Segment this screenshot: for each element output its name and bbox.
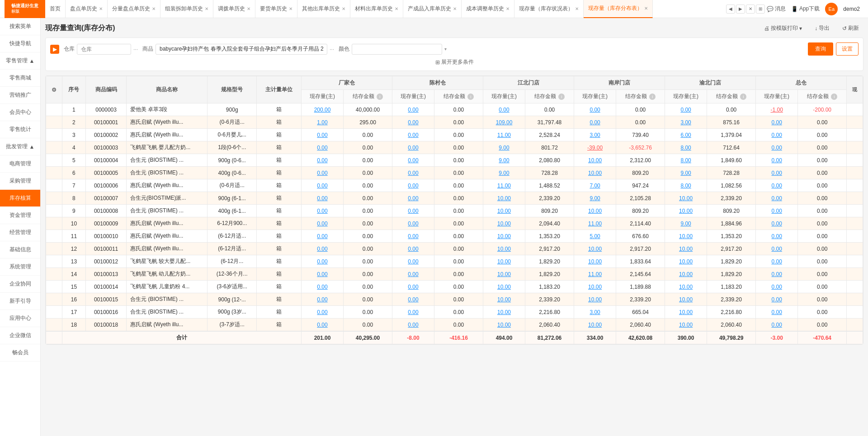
- cell-jiangbei-stock[interactable]: 109.00: [483, 116, 525, 129]
- cell-yuubei-stock[interactable]: 10.00: [665, 281, 707, 293]
- cell-total-stock[interactable]: 0.00: [756, 129, 798, 141]
- cell-factory-stock[interactable]: 0.00: [301, 154, 343, 167]
- filter-toggle-btn[interactable]: ▶: [50, 45, 59, 54]
- sidebar-item-inventory[interactable]: 库存核算: [0, 190, 40, 207]
- tab-product-in-history[interactable]: 产成品入库单历史✕: [403, 0, 462, 18]
- sidebar-item-marketing[interactable]: 营销推广: [0, 87, 40, 104]
- cell-chen-stock[interactable]: 0.00: [392, 192, 434, 205]
- tab-other-out-history[interactable]: 其他出库单历史✕: [297, 0, 350, 18]
- cell-chen-stock[interactable]: 0.00: [392, 243, 434, 255]
- cell-yuubei-stock[interactable]: 10.00: [665, 293, 707, 306]
- cell-yuubei-stock[interactable]: 6.00: [665, 129, 707, 141]
- cell-jiangbei-stock[interactable]: 9.00: [483, 154, 525, 167]
- sidebar-item-wechat[interactable]: 企业微信: [0, 327, 40, 344]
- cell-jiangbei-stock[interactable]: 10.00: [483, 281, 525, 293]
- tab-inventory-check[interactable]: 盘点单历史✕: [66, 0, 108, 18]
- sidebar-item-system[interactable]: 系统管理: [0, 258, 40, 276]
- cell-nanan-stock[interactable]: 10.00: [574, 205, 616, 217]
- goods-dots[interactable]: ···: [330, 46, 334, 52]
- cell-jiangbei-stock[interactable]: 10.00: [483, 205, 525, 217]
- cell-yuubei-stock[interactable]: 3.00: [665, 116, 707, 129]
- cell-total-stock[interactable]: 0.00: [756, 319, 798, 332]
- cell-yuubei-stock[interactable]: 8.00: [665, 141, 707, 154]
- cell-factory-stock[interactable]: 0.00: [301, 192, 343, 205]
- cell-nanan-stock[interactable]: 10.00: [574, 154, 616, 167]
- cell-jiangbei-stock[interactable]: 11.00: [483, 129, 525, 141]
- cell-chen-stock[interactable]: 0.00: [392, 179, 434, 192]
- sidebar-item-search[interactable]: 搜索英单: [0, 18, 40, 35]
- export-btn[interactable]: ↓ 导出: [810, 23, 834, 34]
- tab-next-btn[interactable]: ▶: [736, 5, 745, 14]
- tab-close-score-history[interactable]: ✕: [152, 6, 156, 11]
- cell-total-stock[interactable]: 0.00: [756, 268, 798, 281]
- sidebar-item-operations[interactable]: 经营管理: [0, 224, 40, 241]
- sidebar-item-finance[interactable]: 资金管理: [0, 207, 40, 224]
- sidebar-item-ecommerce[interactable]: 电商管理: [0, 155, 40, 173]
- cell-factory-stock[interactable]: 1.00: [301, 116, 343, 129]
- sidebar-item-wholesale-mgmt[interactable]: 批发管理▲: [0, 138, 40, 155]
- cell-nanan-stock[interactable]: 10.00: [574, 319, 616, 332]
- color-input[interactable]: [352, 44, 442, 55]
- cell-jiangbei-stock[interactable]: 10.00: [483, 230, 525, 243]
- expand-more-btn[interactable]: ⊞ 展开更多条件: [50, 58, 859, 66]
- cell-yuubei-stock[interactable]: 10.00: [665, 243, 707, 255]
- cell-total-stock[interactable]: 0.00: [756, 167, 798, 179]
- sidebar-item-retail-mall[interactable]: 零售商城: [0, 70, 40, 87]
- cell-factory-stock[interactable]: 0.00: [301, 255, 343, 268]
- cell-chen-stock[interactable]: 0.00: [392, 154, 434, 167]
- sidebar-item-guide[interactable]: 新手引导: [0, 293, 40, 310]
- cell-jiangbei-stock[interactable]: 10.00: [483, 293, 525, 306]
- cell-total-stock[interactable]: 0.00: [756, 116, 798, 129]
- cell-total-stock[interactable]: -1.00: [756, 103, 798, 116]
- avatar[interactable]: Ea: [825, 3, 838, 15]
- cell-total-stock[interactable]: 0.00: [756, 243, 798, 255]
- cell-yuubei-stock[interactable]: 10.00: [665, 255, 707, 268]
- goods-input[interactable]: [156, 44, 327, 55]
- cell-nanan-stock[interactable]: 7.00: [574, 179, 616, 192]
- cell-factory-stock[interactable]: 0.00: [301, 141, 343, 154]
- cell-chen-stock[interactable]: 0.00: [392, 141, 434, 154]
- cell-total-stock[interactable]: 0.00: [756, 255, 798, 268]
- app-download-btn[interactable]: 📱 App下载: [791, 5, 820, 13]
- cell-nanan-stock[interactable]: 3.00: [574, 306, 616, 319]
- cell-yuubei-stock[interactable]: 10.00: [665, 230, 707, 243]
- warehouse-input[interactable]: [77, 44, 131, 55]
- cell-yuubei-stock[interactable]: 8.00: [665, 154, 707, 167]
- cell-nanan-stock[interactable]: 10.00: [574, 293, 616, 306]
- cell-total-stock[interactable]: 0.00: [756, 217, 798, 230]
- cell-factory-stock[interactable]: 200.00: [301, 103, 343, 116]
- cell-yuubei-stock[interactable]: 10.00: [665, 192, 707, 205]
- tab-stock-dist[interactable]: 现存量（库存分布表）✕: [584, 0, 653, 18]
- refresh-btn[interactable]: ↺ 刷新: [838, 23, 863, 34]
- cell-yuubei-stock[interactable]: 9.00: [665, 167, 707, 179]
- tab-demand-history[interactable]: 要货单历史✕: [255, 0, 297, 18]
- tab-transfer-history[interactable]: 调拨单历史✕: [213, 0, 255, 18]
- cell-nanan-stock[interactable]: 10.00: [574, 255, 616, 268]
- tab-combo-history[interactable]: 组装拆卸单历史✕: [160, 0, 213, 18]
- tab-close-stock-dist[interactable]: ✕: [644, 6, 648, 11]
- sidebar-item-purchase[interactable]: 采购管理: [0, 173, 40, 190]
- cell-total-stock[interactable]: 0.00: [756, 179, 798, 192]
- cell-chen-stock[interactable]: 0.00: [392, 230, 434, 243]
- cell-jiangbei-stock[interactable]: 10.00: [483, 192, 525, 205]
- cell-factory-stock[interactable]: 0.00: [301, 268, 343, 281]
- cell-factory-stock[interactable]: 0.00: [301, 281, 343, 293]
- cell-nanan-stock[interactable]: 10.00: [574, 281, 616, 293]
- cell-jiangbei-stock[interactable]: 0.00: [483, 103, 525, 116]
- cell-total-stock[interactable]: 0.00: [756, 293, 798, 306]
- cell-yuubei-stock[interactable]: 9.00: [665, 217, 707, 230]
- cell-total-stock[interactable]: 0.00: [756, 230, 798, 243]
- tab-close-btn[interactable]: ✕: [746, 5, 755, 14]
- cell-nanan-stock[interactable]: 11.00: [574, 268, 616, 281]
- cell-yuubei-stock[interactable]: 10.00: [665, 205, 707, 217]
- cell-chen-stock[interactable]: 0.00: [392, 268, 434, 281]
- cell-total-stock[interactable]: 0.00: [756, 154, 798, 167]
- cell-factory-stock[interactable]: 0.00: [301, 293, 343, 306]
- cell-chen-stock[interactable]: 0.00: [392, 116, 434, 129]
- tab-expand-btn[interactable]: ⊞: [756, 5, 765, 14]
- col-gear[interactable]: ⚙: [46, 76, 62, 103]
- query-btn[interactable]: 查询: [808, 42, 833, 56]
- cell-yuubei-stock[interactable]: 10.00: [665, 319, 707, 332]
- cell-factory-stock[interactable]: 0.00: [301, 167, 343, 179]
- cell-total-stock[interactable]: 0.00: [756, 281, 798, 293]
